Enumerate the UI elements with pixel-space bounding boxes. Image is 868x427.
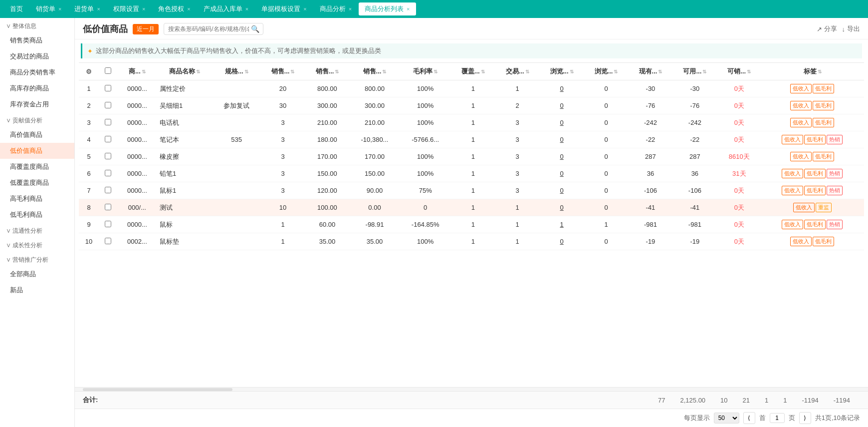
col-margin: 毛利率 ⇅ bbox=[400, 63, 451, 80]
nav-close-icon[interactable]: × bbox=[245, 6, 248, 12]
sidebar-group-流通性分析[interactable]: ∨ 流通性分析 bbox=[0, 223, 74, 237]
col-settings[interactable]: ⚙ bbox=[79, 63, 99, 80]
nav-item-角色授权[interactable]: 角色授权× bbox=[152, 2, 196, 15]
row-coverage: 1 bbox=[451, 216, 495, 233]
nav-close-icon[interactable]: × bbox=[303, 6, 306, 12]
row-coverage: 1 bbox=[451, 97, 495, 114]
table-header-row: ⚙ 商... ⇅ 商品名称 ⇅ 规格... ⇅ 销售... ⇅ 销售... ⇅ … bbox=[79, 63, 864, 80]
sidebar-item-销售类商品[interactable]: 销售类商品 bbox=[0, 32, 74, 48]
nav-item-单据模板设置[interactable]: 单据模板设置× bbox=[255, 2, 312, 15]
row-browse1[interactable]: 0 bbox=[540, 114, 584, 131]
row-available: -30 bbox=[672, 80, 717, 97]
sidebar-group-成长性分析[interactable]: ∨ 成长性分析 bbox=[0, 237, 74, 252]
browse1-link[interactable]: 0 bbox=[560, 204, 564, 211]
table-row: 40000...笔记本5353180.00-10,380...-5766.6..… bbox=[79, 131, 864, 148]
next-page-btn[interactable]: ⟩ bbox=[799, 412, 811, 424]
nav-item-首页[interactable]: 首页 bbox=[4, 2, 29, 15]
sidebar-group-整体信息[interactable]: ∨ 整体信息 bbox=[0, 18, 74, 32]
row-checkbox[interactable] bbox=[105, 204, 111, 210]
select-all-checkbox[interactable] bbox=[105, 67, 111, 74]
nav-item-权限设置[interactable]: 权限设置× bbox=[107, 2, 151, 15]
browse1-link[interactable]: 0 bbox=[560, 119, 564, 126]
sidebar-item-高价值商品[interactable]: 高价值商品 bbox=[0, 127, 74, 143]
sidebar-item-库存资金占用[interactable]: 库存资金占用 bbox=[0, 96, 74, 112]
sidebar-group-贡献值分析[interactable]: ∨ 贡献值分析 bbox=[0, 112, 74, 127]
row-browse1[interactable]: 0 bbox=[540, 80, 584, 97]
page-size-select[interactable]: 50 100 bbox=[714, 413, 739, 424]
page-number-input[interactable] bbox=[770, 413, 785, 423]
nav-item-进货单[interactable]: 进货单× bbox=[68, 2, 106, 15]
row-saleable: 0天 bbox=[717, 216, 761, 233]
nav-item-产成品入库单[interactable]: 产成品入库单× bbox=[198, 2, 254, 15]
row-checkbox[interactable] bbox=[105, 170, 111, 176]
row-checkbox[interactable] bbox=[105, 221, 111, 227]
horizontal-scrollbar[interactable] bbox=[83, 388, 232, 391]
browse1-link[interactable]: 0 bbox=[560, 153, 564, 160]
browse1-link[interactable]: 0 bbox=[560, 187, 564, 194]
row-margin: 75% bbox=[400, 182, 451, 199]
tag-badge: 低收入 bbox=[790, 84, 812, 93]
nav-close-icon[interactable]: × bbox=[58, 6, 61, 12]
nav-item-销货单[interactable]: 销货单× bbox=[30, 2, 67, 15]
nav-close-icon[interactable]: × bbox=[97, 6, 100, 12]
search-icon[interactable]: 🔍 bbox=[251, 25, 259, 33]
row-browse1[interactable]: 0 bbox=[540, 199, 584, 216]
sidebar-item-高覆盖度商品[interactable]: 高覆盖度商品 bbox=[0, 159, 74, 175]
sidebar-item-全部商品[interactable]: 全部商品 bbox=[0, 266, 74, 282]
table-row: 100002...鼠标垫135.0035.00100%1100-19-190天低… bbox=[79, 233, 864, 250]
row-id: 000/... bbox=[118, 199, 157, 216]
browse1-link[interactable]: 0 bbox=[560, 238, 564, 245]
row-available: -22 bbox=[672, 131, 717, 148]
row-checkbox-cell bbox=[99, 216, 118, 233]
row-browse1[interactable]: 0 bbox=[540, 182, 584, 199]
nav-item-商品分析列表[interactable]: 商品分析列表× bbox=[359, 2, 416, 15]
row-checkbox[interactable] bbox=[105, 85, 111, 91]
sidebar-item-高库存的商品[interactable]: 高库存的商品 bbox=[0, 80, 74, 96]
browse1-link[interactable]: 0 bbox=[560, 85, 564, 92]
row-sales-amt2: 210.00 bbox=[349, 114, 400, 131]
row-browse1[interactable]: 0 bbox=[540, 233, 584, 250]
row-browse1[interactable]: 0 bbox=[540, 97, 584, 114]
nav-close-icon[interactable]: × bbox=[187, 6, 190, 12]
footer-browse2: 1 bbox=[783, 397, 787, 404]
first-page-btn[interactable]: ⟨ bbox=[743, 412, 755, 424]
row-tags: 低收入低毛利 bbox=[761, 80, 864, 97]
nav-close-icon[interactable]: × bbox=[407, 6, 410, 12]
browse1-link[interactable]: 0 bbox=[560, 136, 564, 143]
row-browse1[interactable]: 0 bbox=[540, 131, 584, 148]
row-browse1[interactable]: 0 bbox=[540, 148, 584, 165]
time-tag-btn[interactable]: 近一月 bbox=[133, 24, 159, 34]
sidebar-item-商品分类销售率[interactable]: 商品分类销售率 bbox=[0, 64, 74, 80]
browse1-link[interactable]: 1 bbox=[560, 221, 564, 228]
nav-close-icon[interactable]: × bbox=[142, 6, 145, 12]
nav-item-商品分析[interactable]: 商品分析× bbox=[314, 2, 358, 15]
row-checkbox[interactable] bbox=[105, 136, 111, 142]
sidebar-item-低覆盖度商品[interactable]: 低覆盖度商品 bbox=[0, 175, 74, 191]
row-browse1[interactable]: 1 bbox=[540, 216, 584, 233]
sidebar-item-低毛利商品[interactable]: 低毛利商品 bbox=[0, 207, 74, 223]
row-sales-amt2: 0.00 bbox=[349, 199, 400, 216]
row-tags: 低收入低毛利 bbox=[761, 114, 864, 131]
row-name: 铅笔1 bbox=[157, 165, 213, 182]
row-checkbox[interactable] bbox=[105, 187, 111, 193]
row-checkbox[interactable] bbox=[105, 153, 111, 159]
row-checkbox[interactable] bbox=[105, 119, 111, 125]
row-checkbox[interactable] bbox=[105, 238, 111, 244]
row-checkbox[interactable] bbox=[105, 102, 111, 108]
export-btn[interactable]: ↓ 导出 bbox=[842, 24, 861, 33]
browse1-link[interactable]: 0 bbox=[560, 170, 564, 177]
row-browse2: 0 bbox=[584, 131, 629, 148]
row-browse1[interactable]: 0 bbox=[540, 165, 584, 182]
share-btn[interactable]: ↗ 分享 bbox=[817, 24, 837, 33]
row-sales-qty: 1 bbox=[261, 216, 305, 233]
browse1-link[interactable]: 0 bbox=[560, 102, 564, 109]
notice-text: 这部分商品的销售收入大幅低于商品平均销售收入，价值不高，可考虑调整营销策略，或是… bbox=[96, 46, 381, 55]
sidebar-item-交易过的商品[interactable]: 交易过的商品 bbox=[0, 48, 74, 64]
sidebar-item-新品[interactable]: 新品 bbox=[0, 282, 74, 298]
row-id: 0000... bbox=[118, 182, 157, 199]
sidebar-item-低价值商品[interactable]: 低价值商品 bbox=[0, 143, 74, 159]
search-input[interactable] bbox=[164, 23, 263, 35]
sidebar-group-营销推广分析[interactable]: ∨ 营销推广分析 bbox=[0, 252, 74, 266]
sidebar-item-高毛利商品[interactable]: 高毛利商品 bbox=[0, 191, 74, 207]
nav-close-icon[interactable]: × bbox=[349, 6, 352, 12]
